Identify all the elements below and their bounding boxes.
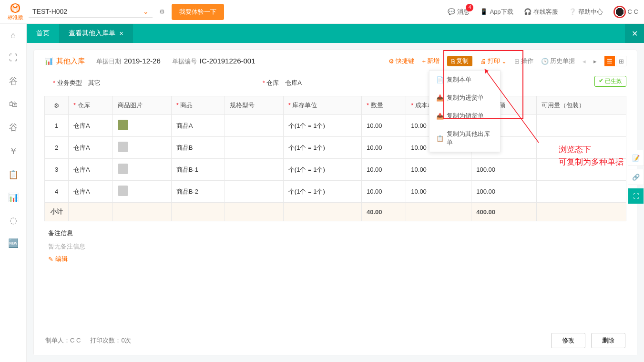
link-icon[interactable]: 🔗 — [628, 169, 644, 185]
col-gear[interactable]: ⚙ — [45, 96, 69, 115]
avatar — [613, 6, 626, 18]
messages-link[interactable]: 💬 消息4 — [448, 8, 470, 16]
add-button[interactable]: + 新增 — [422, 57, 440, 65]
copy-as-other-out[interactable]: 📋复制为其他出库单 — [429, 125, 500, 152]
download-link[interactable]: 📱 App下载 — [480, 8, 513, 16]
user-menu[interactable]: C C — [613, 6, 638, 18]
maker-label: 制单人：C C — [45, 336, 81, 345]
nav-bag-icon[interactable]: 🛍 — [9, 99, 18, 109]
print-button[interactable]: 🖨 打印 ⌄ — [480, 57, 507, 65]
copy-dropdown: 📄复制本单 📥复制为进货单 📤复制为销货单 📋复制为其他出库单 — [429, 70, 501, 152]
ops-button[interactable]: ⊞ 操作 — [514, 57, 533, 65]
view-grid-icon[interactable]: ⊞ — [616, 56, 626, 66]
copy-as-purchase[interactable]: 📥复制为进货单 — [429, 89, 500, 107]
remark-title: 备注信息 — [48, 229, 623, 238]
shortcut-button[interactable]: ⚙ 快捷键 — [388, 57, 414, 65]
nav-next-icon[interactable]: ▸ — [593, 58, 597, 65]
warehouse: 仓库 仓库A — [263, 79, 302, 87]
page-title: 📊 其他入库 — [44, 57, 85, 66]
close-icon[interactable]: ✕ — [119, 31, 123, 37]
expand-icon[interactable]: ⛶ — [628, 188, 644, 204]
note-icon[interactable]: 📝 — [628, 150, 644, 166]
table-row[interactable]: 3仓库A商品B-1个(1个 = 1个)10.0010.00100.00 — [45, 159, 626, 181]
table-row[interactable]: 4仓库A商品B-2个(1个 = 1个)10.0010.00100.00 — [45, 181, 626, 203]
logo-label: 标准版 — [8, 14, 23, 21]
doc-date: 单据日期2019-12-26 — [96, 57, 161, 66]
copy-button[interactable]: ⎘ 复制 — [447, 56, 472, 66]
biz-type: 业务类型 其它 — [53, 79, 101, 87]
nav-gift-icon[interactable]: ⛶ — [9, 53, 18, 63]
copy-as-sales[interactable]: 📤复制为销货单 — [429, 107, 500, 125]
close-all-icon[interactable]: ✕ — [625, 24, 644, 43]
view-list-icon[interactable]: ☰ — [604, 56, 615, 66]
right-toolbar: 📝 🔗 ⛶ — [628, 150, 644, 204]
edit-remark-button[interactable]: ✎ 编辑 — [48, 255, 623, 263]
nav-home-icon[interactable]: ⌂ — [10, 31, 16, 41]
subtotal-row: 小计40.00400.00 — [45, 203, 626, 221]
help-link[interactable]: ❔ 帮助中心 — [569, 8, 603, 16]
modify-button[interactable]: 修改 — [551, 333, 585, 348]
nav-money-icon[interactable]: ￥ — [9, 145, 18, 157]
nav-clipboard-icon[interactable]: 📋 — [8, 169, 19, 180]
tab-current[interactable]: 查看其他入库单✕ — [59, 24, 133, 43]
customer-service-link[interactable]: 🎧 在线客服 — [524, 8, 558, 16]
table-row[interactable]: 2仓库A商品B个(1个 = 1个)10.0010.00100.00 — [45, 137, 626, 159]
delete-button[interactable]: 删除 — [591, 333, 625, 348]
workspace-selector[interactable]: TEST-H002 ⌄ — [29, 6, 153, 18]
status-badge: ✔ 已生效 — [594, 76, 626, 87]
logo[interactable]: 标准版 — [6, 2, 25, 21]
remark-empty: 暂无备注信息 — [48, 242, 623, 251]
nav-home2-icon[interactable]: ⾕ — [9, 122, 18, 133]
nav-stat-icon[interactable]: 📊 — [8, 192, 19, 203]
sidebar: ⌂ ⛶ ⾕ 🛍 ⾕ ￥ 📋 📊 ◌ 🆕 — [0, 24, 27, 362]
gear-icon[interactable]: ⚙ — [159, 8, 165, 15]
msg-badge: 4 — [466, 4, 473, 11]
try-button[interactable]: 我要体验一下 — [172, 4, 224, 20]
items-table: ⚙ 仓库 商品图片 商品 规格型号 库存单位 数量 成本单价 成本金额 可用量（… — [44, 96, 626, 221]
copy-self[interactable]: 📄复制本单 — [429, 71, 500, 89]
print-count: 打印次数：0次 — [90, 336, 131, 345]
nav-loading-icon[interactable]: ◌ — [10, 215, 17, 226]
history-button[interactable]: 🕓 历史单据 — [541, 57, 575, 65]
nav-house-icon[interactable]: ⾕ — [9, 75, 18, 87]
doc-no: 单据编号IC-20191226-001 — [172, 57, 256, 66]
tab-home[interactable]: 首页 — [27, 24, 59, 43]
nav-new-icon[interactable]: 🆕 — [8, 238, 19, 248]
nav-prev-icon[interactable]: ◂ — [583, 58, 586, 65]
chevron-down-icon: ⌄ — [143, 8, 149, 15]
table-row[interactable]: 1仓库A商品A个(1个 = 1个)10.0010.00100.00 — [45, 115, 626, 137]
